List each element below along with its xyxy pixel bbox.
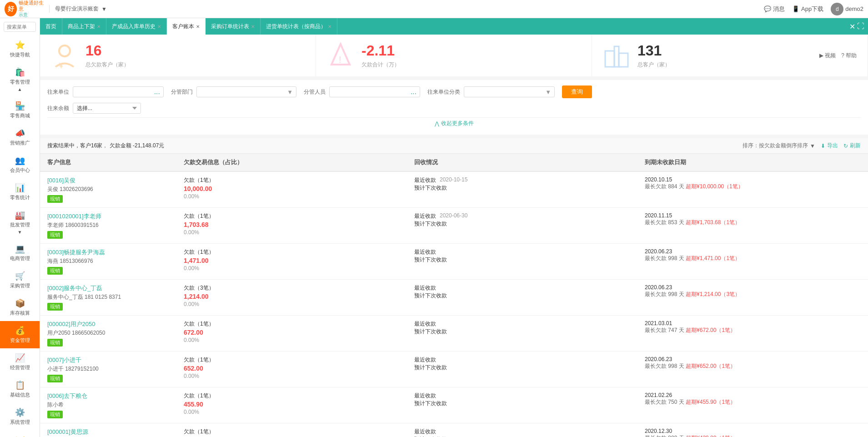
tab-purchase[interactable]: 采购订单统计表 ✕ <box>206 18 261 35</box>
tab-import-close[interactable]: ✕ <box>328 24 331 29</box>
recovery-info-5: 最近收款 预计下次收款 <box>407 352 637 387</box>
customer-name-7[interactable]: [000001]黄思源 <box>47 428 169 436</box>
unit-category-dropdown-icon[interactable]: ▼ <box>545 89 551 95</box>
tab-produce-close[interactable]: ✕ <box>157 24 161 29</box>
sidebar-label-operation: 经营管理 <box>10 364 30 371</box>
tab-import[interactable]: 进货单统计表（按商品） ✕ <box>261 18 337 35</box>
sidebar-item-finance[interactable]: 💰 资金管理 <box>0 321 40 348</box>
sidebar-item-quick-nav[interactable]: ⭐ 快捷导航 <box>0 35 40 63</box>
debt-pct-1: 0.00% <box>184 229 400 236</box>
message-btn[interactable]: 💬 消息 <box>764 5 785 13</box>
sidebar-label-member: 会员中心 <box>10 167 30 174</box>
tab-purchase-close[interactable]: ✕ <box>251 24 255 29</box>
sidebar-label-system: 系统管理 <box>10 419 30 426</box>
results-summary: 搜索结果中，客户16家 <box>47 142 102 149</box>
unit-category-input[interactable] <box>464 86 555 97</box>
overdue-link-1[interactable]: 超期¥1,703.68（1笔） <box>686 219 740 226</box>
sidebar-item-batch-mgmt[interactable]: 🏭 批发管理 ▼ <box>0 206 40 239</box>
due-date-info-3: 2020.06.23 最长欠款 998 天 超期¥1,214.00（3笔） <box>637 280 868 315</box>
customer-tag-1: 现销 <box>47 231 63 239</box>
customer-name-0[interactable]: [0016]吴俊 <box>47 176 169 185</box>
overdue-link-4[interactable]: 超期¥672.00（1笔） <box>686 327 736 333</box>
sidebar-item-marketing[interactable]: 📣 营销推广 <box>0 124 40 151</box>
sidebar-label-batch-mgmt: 批发管理 <box>10 221 30 228</box>
overdue-link-5[interactable]: 超期¥652.00（1笔） <box>686 363 736 369</box>
overdue-days-5: 最长欠款 998 天 超期¥652.00（1笔） <box>645 362 861 370</box>
export-button[interactable]: ⬇ 导出 <box>821 142 838 150</box>
view-video-btn[interactable]: ▶ 视频 <box>819 52 836 60</box>
tab-home[interactable]: 首页 <box>40 18 62 35</box>
sidebar-item-retail-mgmt[interactable]: 🛍️ 零售管理 ▲ <box>0 63 40 96</box>
debt-amount-2[interactable]: 1,471.00 <box>184 257 400 264</box>
customer-name-1[interactable]: [0001020001]李老师 <box>47 212 169 221</box>
dept-input[interactable] <box>196 86 296 97</box>
sidebar-item-retail-mall[interactable]: 🏪 零售商城 <box>0 96 40 124</box>
menu-search-input[interactable] <box>4 22 36 32</box>
overdue-days-2: 最长欠款 998 天 超期¥1,471.00（1笔） <box>645 255 861 262</box>
search-menu-area <box>0 18 40 35</box>
sidebar-item-enterprise[interactable]: 🤝 企业协同 <box>0 430 40 437</box>
stat-card-actions: ▶ 视频 ? 帮助 <box>819 52 857 60</box>
debt-amount-3[interactable]: 1,214.00 <box>184 293 400 300</box>
tab-customer[interactable]: 客户账本 ✕ <box>167 18 206 35</box>
company-selector[interactable]: 母婴行业演示账套 ▼ <box>49 5 112 13</box>
person-dots[interactable]: ... <box>411 88 416 96</box>
tab-customer-close[interactable]: ✕ <box>196 24 200 29</box>
person-input[interactable] <box>329 86 420 97</box>
debt-amount-1[interactable]: 1,703.68 <box>184 221 400 228</box>
overdue-days-1: 最长欠款 853 天 超期¥1,703.68（1笔） <box>645 219 861 226</box>
debt-customers-icon: ¥ <box>51 42 78 69</box>
sort-button[interactable]: 排序：按欠款金额倒序排序 ▼ <box>743 142 815 150</box>
table-row: [000001]黄思源 黄思源 13552700226 现销 欠款（1笔） 42… <box>40 423 868 437</box>
retail-mall-icon: 🏪 <box>15 101 25 111</box>
debt-amount-0[interactable]: 10,000.00 <box>184 185 400 192</box>
sidebar-item-system[interactable]: ⚙️ 系统管理 <box>0 403 40 430</box>
svg-text:!: ! <box>339 55 341 65</box>
sidebar-item-purchase[interactable]: 🛒 采购管理 <box>0 266 40 294</box>
sidebar-item-ecommerce[interactable]: 💻 电商管理 <box>0 239 40 266</box>
tab-produce[interactable]: 产成品入库单历史 ✕ <box>106 18 167 35</box>
app-download-btn[interactable]: 📱 App下载 <box>792 5 823 13</box>
user-avatar-btn[interactable]: d demo2 <box>831 3 863 15</box>
debt-customers-label: 总欠款客户（家） <box>85 61 129 69</box>
sidebar-item-member[interactable]: 👥 会员中心 <box>0 151 40 178</box>
overdue-link-0[interactable]: 超期¥10,000.00（1笔） <box>686 183 743 190</box>
overdue-link-2[interactable]: 超期¥1,471.00（1笔） <box>686 255 740 261</box>
tab-products[interactable]: 商品上下架 ✕ <box>62 18 106 35</box>
customer-name-6[interactable]: [0006]去下粮仓 <box>47 392 169 400</box>
tab-expand-icon[interactable]: ⛶ <box>857 22 864 30</box>
sidebar-item-operation[interactable]: 📈 经营管理 <box>0 348 40 376</box>
tab-collapse-icon[interactable]: ✕ <box>849 22 855 31</box>
debt-info-7: 欠款（1笔） 429.00 0.00% <box>176 423 407 437</box>
collapse-btn[interactable]: ⋀ 收起更多条件 <box>47 117 861 129</box>
debt-amount-6[interactable]: 455.90 <box>184 401 400 408</box>
debt-amount-value: -2.11 <box>361 42 400 59</box>
overdue-link-3[interactable]: 超期¥1,214.00（3笔） <box>686 291 740 297</box>
recovery-info-3: 最近收款 预计下次收款 <box>407 280 637 315</box>
tab-customer-label: 客户账本 <box>172 23 194 30</box>
debt-count-0: 欠款（1笔） <box>184 176 400 184</box>
th-recovery: 回收情况 <box>407 154 637 171</box>
source-unit-dots[interactable]: ... <box>154 88 160 96</box>
source-unit-input[interactable] <box>73 86 164 97</box>
customer-name-4[interactable]: [000002]用户2050 <box>47 320 169 328</box>
customer-name-3[interactable]: [0002]服务中心_丁磊 <box>47 284 169 292</box>
sidebar-item-retail-stats[interactable]: 📊 零售统计 <box>0 178 40 206</box>
stat-card-total-customers: 131 总客户（家） ▶ 视频 ? 帮助 <box>592 35 868 76</box>
help-btn[interactable]: ? 帮助 <box>841 52 857 60</box>
dept-dropdown-icon[interactable]: ▼ <box>287 89 293 95</box>
customer-name-2[interactable]: [0003]畅捷服务尹海蕊 <box>47 248 169 256</box>
debt-pct-2: 0.00% <box>184 265 400 271</box>
debt-amount-4[interactable]: 672.00 <box>184 329 400 336</box>
customer-name-5[interactable]: [0007]小进千 <box>47 356 169 364</box>
customer-tag-4: 现销 <box>47 339 63 347</box>
tab-products-close[interactable]: ✕ <box>97 24 100 29</box>
sidebar-item-basic[interactable]: 📋 基础信息 <box>0 376 40 403</box>
debt-amount-5[interactable]: 652.00 <box>184 365 400 372</box>
sidebar-item-inventory[interactable]: 📦 库存核算 <box>0 294 40 321</box>
overdue-link-7[interactable]: 超期¥429.00（1笔） <box>686 435 736 437</box>
remaining-select[interactable]: 选择... <box>73 103 141 114</box>
search-button[interactable]: 查询 <box>562 85 592 98</box>
overdue-link-6[interactable]: 超期¥455.90（1笔） <box>686 399 736 405</box>
refresh-button[interactable]: ↻ 刷新 <box>843 142 861 150</box>
